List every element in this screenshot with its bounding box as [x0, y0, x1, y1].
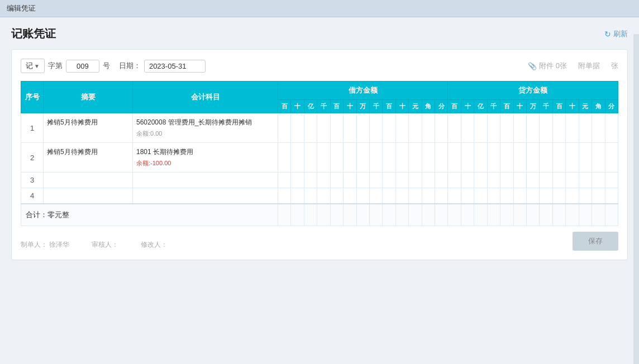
amount-cell-3-22[interactable] — [566, 188, 579, 204]
amount-cell-2-7[interactable] — [369, 173, 382, 188]
amount-cell-3-9[interactable] — [395, 188, 408, 204]
amount-cell-2-8[interactable] — [383, 173, 395, 188]
amount-cell-3-13[interactable] — [448, 188, 461, 204]
amount-cell-0-2[interactable] — [304, 113, 317, 143]
amount-cell-0-5[interactable] — [344, 113, 356, 143]
amount-cell-1-7[interactable] — [369, 143, 382, 173]
amount-cell-2-4[interactable] — [330, 173, 343, 188]
amount-cell-1-2[interactable] — [304, 143, 317, 173]
summary-cell-2[interactable] — [44, 173, 133, 188]
amount-cell-2-9[interactable] — [395, 173, 408, 188]
amount-cell-2-2[interactable] — [304, 173, 317, 188]
amount-cell-0-16[interactable] — [487, 113, 500, 143]
amount-cell-0-1[interactable] — [291, 113, 304, 143]
amount-cell-3-11[interactable] — [422, 188, 435, 204]
amount-cell-0-6[interactable] — [356, 113, 369, 143]
amount-cell-1-0[interactable] — [278, 143, 291, 173]
voucher-type-button[interactable]: 记 ▼ — [21, 59, 45, 73]
amount-cell-3-19[interactable] — [527, 188, 540, 204]
amount-cell-0-8[interactable] — [383, 113, 395, 143]
amount-cell-0-19[interactable] — [527, 113, 540, 143]
amount-cell-2-10[interactable] — [409, 173, 422, 188]
amount-cell-2-14[interactable] — [461, 173, 474, 188]
amount-cell-0-13[interactable] — [448, 113, 461, 143]
amount-cell-2-24[interactable] — [592, 173, 605, 188]
amount-cell-1-3[interactable] — [317, 143, 330, 173]
amount-cell-1-16[interactable] — [487, 143, 500, 173]
amount-cell-0-24[interactable] — [592, 113, 605, 143]
amount-cell-3-18[interactable] — [513, 188, 526, 204]
amount-cell-2-18[interactable] — [513, 173, 526, 188]
amount-cell-3-20[interactable] — [540, 188, 552, 204]
account-cell-1[interactable]: 1801 长期待摊费用余额:-100.00 — [133, 143, 278, 173]
amount-cell-0-22[interactable] — [566, 113, 579, 143]
amount-cell-0-12[interactable] — [435, 113, 448, 143]
amount-cell-2-12[interactable] — [435, 173, 448, 188]
amount-cell-0-14[interactable] — [461, 113, 474, 143]
amount-cell-3-0[interactable] — [278, 188, 291, 204]
amount-cell-1-18[interactable] — [513, 143, 526, 173]
amount-cell-1-6[interactable] — [356, 143, 369, 173]
amount-cell-0-11[interactable] — [422, 113, 435, 143]
amount-cell-3-12[interactable] — [435, 188, 448, 204]
amount-cell-3-16[interactable] — [487, 188, 500, 204]
amount-cell-2-0[interactable] — [278, 173, 291, 188]
date-input[interactable] — [144, 60, 206, 73]
amount-cell-0-3[interactable] — [317, 113, 330, 143]
amount-cell-3-7[interactable] — [369, 188, 382, 204]
amount-cell-1-11[interactable] — [422, 143, 435, 173]
amount-cell-0-21[interactable] — [552, 113, 565, 143]
amount-cell-2-1[interactable] — [291, 173, 304, 188]
amount-cell-1-4[interactable] — [330, 143, 343, 173]
amount-cell-3-2[interactable] — [304, 188, 317, 204]
amount-cell-2-11[interactable] — [422, 173, 435, 188]
amount-cell-1-21[interactable] — [552, 143, 565, 173]
amount-cell-2-6[interactable] — [356, 173, 369, 188]
fudanjv-button[interactable]: 附单据 — [578, 61, 600, 71]
amount-cell-1-10[interactable] — [409, 143, 422, 173]
amount-cell-0-0[interactable] — [278, 113, 291, 143]
amount-cell-1-25[interactable] — [605, 143, 618, 173]
summary-cell-3[interactable] — [44, 188, 133, 204]
save-button[interactable]: 保存 — [573, 232, 618, 251]
amount-cell-1-24[interactable] — [592, 143, 605, 173]
amount-cell-1-17[interactable] — [500, 143, 513, 173]
account-cell-2[interactable] — [133, 173, 278, 188]
amount-cell-1-14[interactable] — [461, 143, 474, 173]
amount-cell-1-23[interactable] — [579, 143, 592, 173]
amount-cell-3-17[interactable] — [500, 188, 513, 204]
amount-cell-2-5[interactable] — [344, 173, 356, 188]
amount-cell-2-22[interactable] — [566, 173, 579, 188]
account-cell-0[interactable]: 56020008 管理费用_长期待摊费用摊销余额:0.00 — [133, 113, 278, 143]
amount-cell-3-15[interactable] — [474, 188, 487, 204]
amount-cell-0-10[interactable] — [409, 113, 422, 143]
amount-cell-2-15[interactable] — [474, 173, 487, 188]
amount-cell-1-8[interactable] — [383, 143, 395, 173]
amount-cell-3-10[interactable] — [409, 188, 422, 204]
account-cell-3[interactable] — [133, 188, 278, 204]
amount-cell-2-21[interactable] — [552, 173, 565, 188]
amount-cell-3-3[interactable] — [317, 188, 330, 204]
amount-cell-2-23[interactable] — [579, 173, 592, 188]
amount-cell-2-13[interactable] — [448, 173, 461, 188]
amount-cell-3-24[interactable] — [592, 188, 605, 204]
amount-cell-1-19[interactable] — [527, 143, 540, 173]
amount-cell-3-5[interactable] — [344, 188, 356, 204]
amount-cell-2-17[interactable] — [500, 173, 513, 188]
refresh-button[interactable]: ↻ 刷新 — [604, 29, 628, 39]
amount-cell-3-8[interactable] — [383, 188, 395, 204]
summary-cell-0[interactable]: 摊销5月待摊费用 — [44, 113, 133, 143]
amount-cell-2-20[interactable] — [540, 173, 552, 188]
amount-cell-2-19[interactable] — [527, 173, 540, 188]
amount-cell-1-22[interactable] — [566, 143, 579, 173]
amount-cell-2-25[interactable] — [605, 173, 618, 188]
summary-cell-1[interactable]: 摊销5月待摊费用 — [44, 143, 133, 173]
amount-cell-0-23[interactable] — [579, 113, 592, 143]
amount-cell-3-4[interactable] — [330, 188, 343, 204]
amount-cell-1-12[interactable] — [435, 143, 448, 173]
amount-cell-3-1[interactable] — [291, 188, 304, 204]
amount-cell-1-9[interactable] — [395, 143, 408, 173]
amount-cell-0-20[interactable] — [540, 113, 552, 143]
amount-cell-0-9[interactable] — [395, 113, 408, 143]
scrollbar[interactable] — [633, 34, 639, 364]
